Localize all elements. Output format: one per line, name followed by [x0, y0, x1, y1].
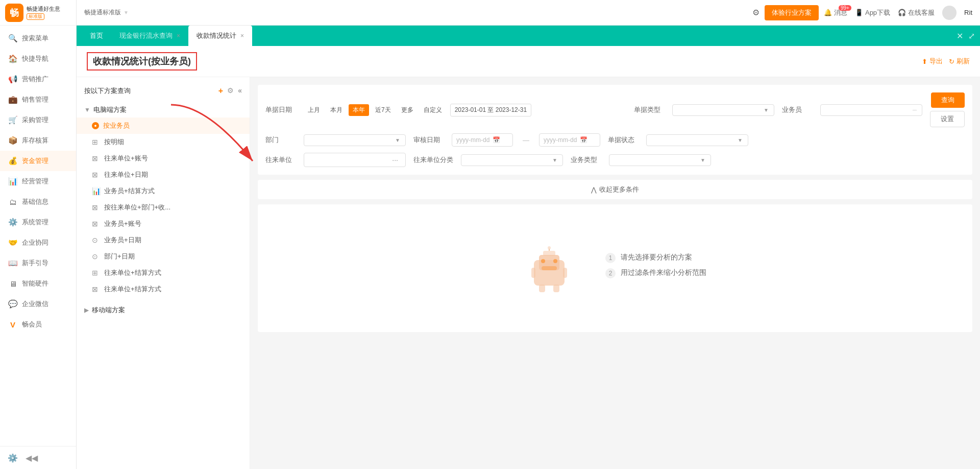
biz-type-label: 业务类型	[571, 155, 601, 165]
date-label: 单据日期	[265, 105, 296, 114]
date-tab-custom[interactable]: 自定义	[420, 104, 446, 116]
refresh-button[interactable]: ↻ 刷新	[949, 57, 970, 66]
date-tab-this-month[interactable]: 本月	[326, 104, 347, 116]
scheme-group-pc-title[interactable]: ▼ 电脑端方案	[77, 102, 250, 118]
user-name: Rit	[964, 9, 972, 16]
review-date-start[interactable]: yyyy-mm-dd 📅	[452, 133, 513, 147]
sidebar-item-system[interactable]: ⚙️ 系统管理	[0, 212, 76, 232]
doc-type-select[interactable]: ▼	[672, 104, 774, 116]
tab-receivable-close-icon[interactable]: ×	[240, 32, 244, 39]
logo-icon: 畅	[5, 4, 23, 22]
empty-steps: 1 请先选择要分析的方案 2 用过滤条件来缩小分析范围	[605, 253, 706, 284]
partner-dots-icon[interactable]: ···	[390, 156, 400, 164]
right-panel: 单据日期 上月 本月 本年 近7天 更多 自定义 2023-01-01 至 20…	[250, 77, 980, 469]
date-tab-more[interactable]: 更多	[397, 104, 418, 116]
scheme-item-unit-account[interactable]: ⊠ 往来单位+账号	[77, 150, 250, 167]
svg-point-2	[541, 259, 545, 263]
wechat-icon: 💬	[8, 299, 18, 309]
sidebar-item-inventory[interactable]: 📦 库存核算	[0, 130, 76, 151]
collapse-panel-icon[interactable]: «	[238, 86, 242, 96]
biz-type-select[interactable]: ▼	[609, 154, 711, 166]
operation-icon: 📊	[8, 176, 18, 186]
export-button[interactable]: ⬆ 导出	[922, 57, 943, 66]
empty-step-1: 1 请先选择要分析的方案	[605, 253, 706, 263]
logo-text: 畅捷通好生意 标准版	[27, 5, 60, 20]
review-date-end[interactable]: yyyy-mm-dd 📅	[539, 133, 600, 147]
sidebar-item-search-menu[interactable]: 🔍 搜索菜单	[0, 28, 76, 49]
tab-bank-close-icon[interactable]: ×	[177, 32, 180, 39]
purchase-icon: 🛒	[8, 115, 18, 125]
partner-category-chevron-icon: ▼	[552, 157, 557, 163]
sidebar-item-label: 经营管理	[22, 177, 48, 186]
sidebar-item-member[interactable]: V 畅会员	[0, 314, 76, 335]
tab-receivable[interactable]: 收款情况统计 ×	[188, 26, 252, 46]
sidebar-item-enterprise[interactable]: 🤝 企业协同	[0, 232, 76, 253]
scheme-item-dept-date[interactable]: ⊙ 部门+日期	[77, 248, 250, 265]
scheme-settings-icon[interactable]: ⚙	[227, 86, 234, 96]
page-actions: ⬆ 导出 ↻ 刷新	[922, 57, 970, 66]
settings-bottom-icon[interactable]: ⚙️	[8, 453, 18, 463]
date-tab-last-month[interactable]: 上月	[304, 104, 324, 116]
collapse-more-conditions-button[interactable]: ⋀ 收起更多条件	[258, 180, 972, 199]
partner-select[interactable]: ···	[304, 153, 406, 167]
online-service-button[interactable]: 🎧 在线客服	[898, 8, 935, 17]
scheme-item-by-staff[interactable]: ● 按业务员	[77, 118, 250, 134]
scheme-item-by-detail[interactable]: ⊞ 按明细	[77, 134, 250, 150]
unit-dept-recv-icon: ⊠	[92, 203, 100, 212]
scheme-item-unit-dept-recv[interactable]: ⊠ 按往来单位+部门+收...	[77, 199, 250, 216]
system-icon: ⚙️	[8, 217, 18, 227]
staff-select[interactable]: ···	[820, 104, 922, 116]
date-tab-this-year[interactable]: 本年	[349, 104, 369, 116]
sidebar-item-quick-nav[interactable]: 🏠 快捷导航	[0, 49, 76, 69]
sidebar-item-label: 资金管理	[22, 156, 48, 166]
scheme-item-staff-settle[interactable]: 📊 业务员+结算方式	[77, 183, 250, 199]
date-tab-7days[interactable]: 近7天	[371, 104, 395, 116]
quick-nav-icon: 🏠	[8, 54, 18, 64]
message-badge: 99+	[839, 5, 851, 11]
collapse-sidebar-icon[interactable]: ◀◀	[26, 453, 38, 463]
scheme-item-label: 按业务员	[103, 121, 130, 130]
app-download-button[interactable]: 📱 App下载	[855, 8, 890, 17]
sidebar-item-purchase[interactable]: 🛒 采购管理	[0, 110, 76, 130]
calendar-end-icon[interactable]: 📅	[580, 136, 587, 144]
sidebar-item-guide[interactable]: 📖 新手引导	[0, 253, 76, 273]
query-button[interactable]: 查询	[931, 92, 965, 108]
scheme-item-unit-date[interactable]: ⊠ 往来单位+日期	[77, 167, 250, 183]
sidebar-item-basic[interactable]: 🗂 基础信息	[0, 192, 76, 212]
close-window-icon[interactable]: ✕	[957, 31, 963, 41]
scheme-group-mobile-title[interactable]: ▶ 移动端方案	[77, 302, 250, 318]
doc-status-select[interactable]: ▼	[646, 134, 748, 146]
scheme-item-staff-date[interactable]: ⊙ 业务员+日期	[77, 232, 250, 248]
doc-status-chevron-icon: ▼	[738, 137, 743, 143]
staff-chevron-icon: ···	[913, 107, 917, 113]
doc-type-chevron-icon: ▼	[764, 107, 769, 113]
tab-home[interactable]: 首页	[82, 26, 111, 46]
sidebar-item-sales[interactable]: 💼 销售管理	[0, 89, 76, 110]
scheme-button[interactable]: 体验行业方案	[765, 5, 819, 20]
svg-rect-6	[563, 268, 567, 278]
partner-category-select[interactable]: ▼	[461, 154, 563, 166]
dept-select[interactable]: ▼	[304, 134, 406, 146]
date-range-value[interactable]: 2023-01-01 至 2023-12-31	[450, 104, 531, 116]
scheme-item-staff-account[interactable]: ⊠ 业务员+账号	[77, 216, 250, 232]
tab-bar: 首页 现金银行流水查询 × 收款情况统计 × ✕ ⤢	[77, 26, 980, 46]
tab-bank[interactable]: 现金银行流水查询 ×	[111, 26, 188, 46]
review-date-start-placeholder: yyyy-mm-dd	[456, 136, 489, 144]
header-gear-icon[interactable]: ⚙	[752, 8, 760, 17]
empty-step-2: 2 用过滤条件来缩小分析范围	[605, 268, 706, 278]
calendar-start-icon[interactable]: 📅	[493, 136, 500, 144]
sidebar-item-finance[interactable]: 💰 资金管理	[0, 151, 76, 171]
main-content: 收款情况统计(按业务员) ⬆ 导出 ↻ 刷新 按以下方案查询 + ⚙ «	[77, 46, 980, 469]
sidebar-item-hardware[interactable]: 🖥 智能硬件	[0, 273, 76, 294]
scheme-item-unit-settle1[interactable]: ⊞ 往来单位+结算方式	[77, 265, 250, 281]
user-avatar[interactable]	[942, 6, 957, 20]
mobile-group-label: 移动端方案	[92, 306, 125, 315]
sidebar-item-operation[interactable]: 📊 经营管理	[0, 171, 76, 192]
settings-button[interactable]: 设置	[930, 111, 965, 127]
sidebar-item-wechat[interactable]: 💬 企业微信	[0, 294, 76, 314]
sidebar-item-marketing[interactable]: 📢 营销推广	[0, 69, 76, 89]
message-button[interactable]: 🔔 消息 99+	[824, 8, 847, 17]
maximize-window-icon[interactable]: ⤢	[968, 31, 975, 41]
scheme-item-unit-settle2[interactable]: ⊠ 往来单位+结算方式	[77, 281, 250, 297]
add-scheme-icon[interactable]: +	[218, 86, 223, 96]
